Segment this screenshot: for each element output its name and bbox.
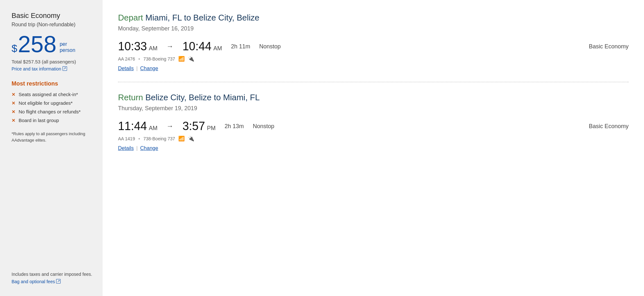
return-depart-time: 11:44 (118, 119, 147, 133)
left-bottom: Includes taxes and carrier imposed fees.… (12, 272, 92, 284)
separator: ● (138, 137, 140, 140)
return-times-row: 11:44 AM → 3:57 PM 2h 13m Nonstop Basic … (118, 119, 629, 133)
right-panel: Depart Miami, FL to Belize City, Belize … (103, 0, 644, 296)
restriction-note: *Rules apply to all passengers including… (12, 131, 92, 143)
total-price: Total $257.53 (all passengers) (12, 59, 92, 64)
arrow-icon: → (166, 122, 174, 130)
depart-route-cities: Miami, FL to Belize City, Belize (145, 13, 259, 22)
return-fare-class: Basic Economy (589, 123, 629, 130)
link-separator: | (136, 145, 138, 151)
return-route-header: Return Belize City, Belize to Miami, FL (118, 93, 629, 103)
return-depart-time-block: 11:44 AM (118, 119, 157, 133)
x-icon: ✕ (12, 92, 15, 97)
depart-nonstop: Nonstop (259, 43, 281, 50)
return-arrive-ampm: PM (207, 125, 216, 132)
depart-details-row: AA 2476 ● 738-Boeing 737 📶 🔌 (118, 56, 629, 62)
return-duration: 2h 13m (225, 123, 244, 130)
left-panel: Basic Economy Round trip (Non-refundable… (0, 0, 103, 296)
depart-links-row: Details | Change (118, 66, 629, 71)
restriction-text: Seats assigned at check-in* (19, 92, 78, 97)
external-link-icon: ↗ (56, 279, 61, 284)
return-arrive-time-block: 3:57 PM (182, 119, 216, 133)
restriction-text: No flight changes or refunds* (19, 109, 80, 114)
return-section: Return Belize City, Belize to Miami, FL … (118, 82, 629, 151)
restriction-list: ✕ Seats assigned at check-in* ✕ Not elig… (12, 92, 92, 126)
round-trip-label: Round trip (Non-refundable) (12, 22, 92, 28)
power-icon: 🔌 (188, 136, 194, 142)
arrive-time-block: 10:44 AM (182, 40, 222, 53)
wifi-icon: 📶 (178, 56, 185, 62)
price-tax-link[interactable]: Price and tax information ↗ (12, 66, 92, 71)
return-flight-number: AA 1419 (118, 136, 135, 141)
bag-fees-link[interactable]: Bag and optional fees ↗ (12, 279, 61, 284)
depart-duration: 2h 11m (231, 43, 250, 50)
x-icon: ✕ (12, 109, 15, 114)
return-links-row: Details | Change (118, 145, 629, 151)
fare-type: Basic Economy (12, 12, 92, 20)
return-nonstop: Nonstop (253, 123, 274, 130)
x-icon: ✕ (12, 101, 15, 106)
return-date: Thursday, September 19, 2019 (118, 105, 629, 112)
includes-text: Includes taxes and carrier imposed fees. (12, 272, 92, 277)
wifi-icon: 📶 (178, 136, 185, 142)
restrictions-title: Most restrictions (12, 80, 92, 87)
depart-times-row: 10:33 AM → 10:44 AM 2h 11m Nonstop Basic… (118, 40, 629, 53)
return-details-row: AA 1419 ● 738-Boeing 737 📶 🔌 (118, 136, 629, 142)
depart-flight-number: AA 2476 (118, 56, 135, 62)
depart-time-block: 10:33 AM (118, 40, 157, 53)
depart-section: Depart Miami, FL to Belize City, Belize … (118, 13, 629, 71)
restriction-item: ✕ No flight changes or refunds* (12, 109, 92, 114)
arrive-time: 10:44 (182, 40, 211, 53)
depart-route-header: Depart Miami, FL to Belize City, Belize (118, 13, 629, 23)
return-arrive-time: 3:57 (182, 119, 205, 133)
depart-date: Monday, September 16, 2019 (118, 25, 629, 32)
arrive-ampm: AM (213, 45, 222, 52)
depart-direction-word: Depart (118, 13, 143, 22)
power-icon: 🔌 (188, 56, 194, 62)
depart-aircraft: 738-Boeing 737 (143, 56, 175, 62)
link-separator: | (136, 66, 138, 71)
separator: ● (138, 57, 140, 61)
price-row: $ 258 perperson (12, 33, 92, 56)
restriction-item: ✕ Seats assigned at check-in* (12, 92, 92, 97)
restriction-item: ✕ Board in last group (12, 118, 92, 123)
return-depart-ampm: AM (149, 125, 157, 132)
depart-route-direction: Depart Miami, FL to Belize City, Belize (118, 13, 629, 23)
depart-time: 10:33 (118, 40, 147, 53)
return-route-direction: Return Belize City, Belize to Miami, FL (118, 93, 629, 103)
restriction-text: Board in last group (19, 118, 59, 123)
restriction-text: Not eligible for upgrades* (19, 100, 72, 106)
depart-details-button[interactable]: Details (118, 66, 134, 71)
external-link-icon: ↗ (63, 66, 67, 71)
x-icon: ✕ (12, 118, 15, 123)
restriction-item: ✕ Not eligible for upgrades* (12, 100, 92, 106)
return-details-button[interactable]: Details (118, 145, 134, 151)
return-change-button[interactable]: Change (140, 145, 158, 151)
return-aircraft: 738-Boeing 737 (143, 136, 175, 141)
depart-fare-class: Basic Economy (589, 43, 629, 50)
price-amount: 258 (18, 33, 56, 56)
return-direction-word: Return (118, 93, 143, 102)
depart-ampm: AM (149, 45, 157, 52)
return-route-cities: Belize City, Belize to Miami, FL (145, 93, 259, 102)
depart-change-button[interactable]: Change (140, 66, 158, 71)
dollar-sign: $ (12, 43, 17, 54)
arrow-icon: → (166, 42, 174, 51)
per-person-label: perperson (60, 41, 75, 53)
